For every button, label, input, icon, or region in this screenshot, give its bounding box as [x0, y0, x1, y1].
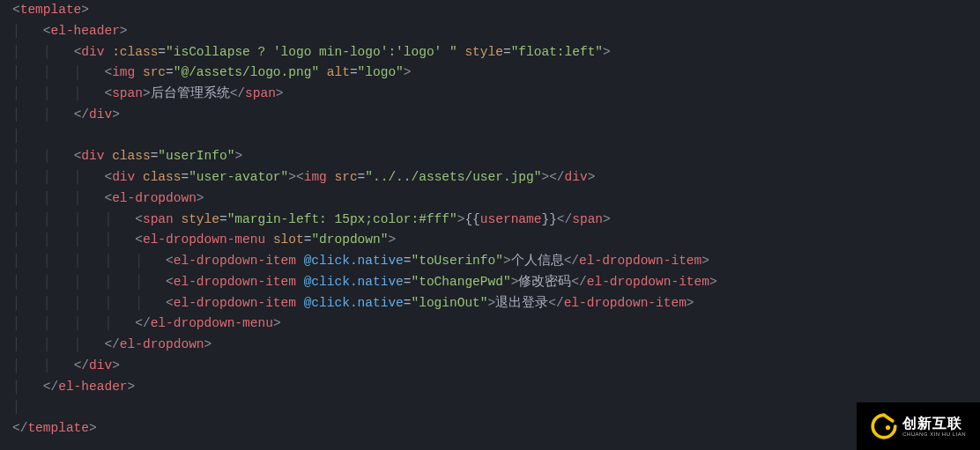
code-line: │ │ │ │ │ <el-dropdown-item @click.nativ… [12, 293, 980, 314]
code-editor[interactable]: <template> │ <el-header> │ │ <div :class… [0, 0, 980, 439]
code-line: │ │ │ │ <el-dropdown-menu slot="dropdown… [12, 230, 980, 251]
watermark-cn: 创新互联 [902, 416, 966, 432]
code-line: │ │ │ │ <span style="margin-left: 15px;c… [12, 210, 980, 231]
watermark-en: CHUANG XIN HU LIAN [902, 432, 966, 438]
code-line: │ │ │ </el-dropdown> [12, 335, 980, 356]
code-line: │ │ </div> [12, 105, 980, 126]
code-line: │ │ │ <img src="@/assets/logo.png" alt="… [12, 63, 980, 84]
code-line: │ [12, 126, 980, 147]
code-line: │ │ │ <el-dropdown> [12, 188, 980, 210]
code-line: │ [12, 397, 980, 418]
code-line: │ </el-header> [12, 377, 980, 398]
watermark-logo: 创新互联 CHUANG XIN HU LIAN [857, 402, 980, 450]
code-line: │ │ <div class="userInfo"> [12, 146, 980, 167]
code-line: │ │ </div> [12, 356, 980, 377]
code-line: <template> [12, 0, 980, 21]
code-line: │ │ │ │ │ <el-dropdown-item @click.nativ… [12, 251, 980, 272]
code-line: │ │ │ <span>后台管理系统</span> [12, 84, 980, 105]
code-line: │ │ │ │ │ <el-dropdown-item @click.nativ… [12, 272, 980, 293]
code-line: │ │ │ <div class="user-avator"><img src=… [12, 167, 980, 188]
code-line: │ │ │ │ </el-dropdown-menu> [12, 314, 980, 335]
code-line: │ <el-header> [12, 21, 980, 42]
svg-point-0 [886, 425, 890, 430]
logo-icon [871, 413, 897, 439]
code-line: │ │ <div :class="isCollapse ? 'logo min-… [12, 42, 980, 63]
code-line: </template> [12, 418, 980, 439]
